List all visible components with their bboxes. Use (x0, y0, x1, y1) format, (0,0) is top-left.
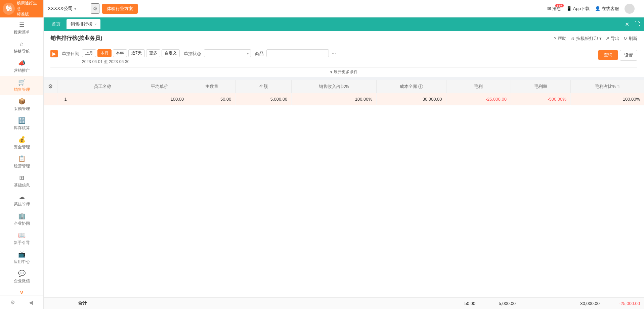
topbar-right: ✉ 消息 99+ 📱 App下载 👤 在线客服 (547, 4, 640, 14)
more-filter-icon[interactable]: ··· (332, 51, 336, 57)
th-profit: 毛利 (446, 80, 511, 93)
td-cost: 30,000.00 (377, 93, 446, 105)
settings-button[interactable]: 设置 (620, 50, 637, 61)
column-settings-button[interactable]: ⚙ (48, 83, 53, 90)
sidebar-item-system[interactable]: ☁ 系统管理 (0, 191, 43, 210)
refresh-icon: ↻ (624, 36, 627, 41)
date-btn-last-month[interactable]: 上月 (82, 49, 96, 57)
footer-qty: 50.00 (442, 301, 475, 306)
tab-close-all-icon[interactable]: ✕ (624, 20, 631, 28)
page-title-row: 销售排行榜(按业务员) ? 帮助 🖨 按模板打印 ▾ ↗ 导出 (50, 35, 637, 42)
content-area: 销售排行榜(按业务员) ? 帮助 🖨 按模板打印 ▾ ↗ 导出 (44, 31, 644, 309)
status-filter-group: 单据状态 (184, 49, 251, 57)
help-button[interactable]: ? 帮助 (554, 36, 566, 42)
expand-conditions-button[interactable]: ▾ 展开更多条件 (330, 69, 358, 75)
td-qty: 50.00 (188, 93, 235, 105)
message-badge: 99+ (555, 4, 564, 7)
sidebar-item-wechat[interactable]: 💬 企业微信 (0, 267, 43, 287)
export-button[interactable]: ↗ 导出 (606, 36, 619, 42)
tab-label: 销售排行榜 (71, 21, 92, 27)
online-service-button[interactable]: 👤 在线客服 (595, 6, 619, 12)
sidebar-item-appcenter[interactable]: 📺 应用中心 (0, 248, 43, 267)
purchase-icon: 📦 (18, 98, 25, 105)
profit-pct-sort-icon[interactable]: ⇅ (617, 85, 620, 88)
tab-sales-ranking[interactable]: 销售排行榜 × (67, 19, 100, 29)
app-download-icon: 📱 (566, 6, 572, 11)
date-btn-this-month[interactable]: 本月 (97, 49, 112, 57)
status-select[interactable] (204, 49, 251, 57)
company-selector[interactable]: XXXXX公司 ▾ (48, 6, 88, 12)
th-cost: 成本全额 ℹ (377, 80, 446, 93)
sidebar-item-basic[interactable]: ⊞ 基础信息 (0, 172, 43, 191)
th-qty: 主数量 (188, 80, 235, 93)
basic-icon: ⊞ (18, 174, 25, 181)
cost-info-icon[interactable]: ℹ (418, 84, 423, 89)
avatar[interactable] (625, 4, 635, 14)
print-template-button[interactable]: 🖨 按模板打印 ▾ (570, 36, 602, 42)
refresh-button[interactable]: ↻ 刷新 (624, 36, 637, 42)
td-amount: 5,000.00 (235, 93, 292, 105)
filter-row: ▶ 单据日期 上月 本月 本年 近7天 更多 自定义 2023-06-01 至 … (50, 46, 637, 67)
footer-profit: -25,000.00 (600, 301, 640, 306)
filter-collapse-button[interactable]: ▶ (50, 50, 58, 57)
td-rank: 1 (57, 93, 74, 105)
operation-icon: 📋 (18, 155, 25, 162)
company-name: XXXXX公司 (48, 6, 73, 12)
sidebar-item-search[interactable]: ☰ 搜索菜单 (0, 19, 43, 38)
td-employee (74, 93, 131, 105)
td-profit-pct: 100.00% (570, 93, 644, 105)
tab-home[interactable]: 首页 (46, 19, 66, 29)
export-icon: ↗ (606, 36, 609, 41)
td-settings (44, 93, 57, 105)
settings-bottom-icon[interactable]: ⚙ (10, 299, 15, 306)
main-area: XXXXX公司 ▾ ⚙ 体验行业方案 ✉ 消息 99+ 📱 App下载 👤 在线… (44, 0, 644, 309)
collapse-sidebar-icon[interactable]: ◀ (29, 299, 33, 306)
date-btn-7days[interactable]: 近7天 (128, 49, 145, 57)
sidebar-item-enterprise[interactable]: 🏢 企业协同 (0, 210, 43, 229)
table-header-row: ⚙ 员工名称 平均单价 主数量 全额 (44, 80, 644, 93)
tab-close-icon[interactable]: × (94, 22, 96, 26)
goods-filter-label: 商品 (255, 51, 264, 57)
td-profit-rate: -500.00% (511, 93, 570, 105)
sidebar-item-inventory[interactable]: 🔢 库存核算 (0, 114, 43, 134)
th-rank (57, 80, 74, 93)
message-button[interactable]: ✉ 消息 99+ (547, 6, 561, 12)
sidebar-item-sales[interactable]: 🛒 销售管理 (0, 76, 43, 95)
goods-filter-group: 商品 ··· (255, 49, 336, 57)
date-btn-custom[interactable]: 自定义 (162, 49, 180, 57)
company-chevron-icon: ▾ (74, 6, 76, 11)
system-icon: ☁ (18, 194, 25, 200)
date-btn-more[interactable]: 更多 (146, 49, 160, 57)
sales-icon: 🛒 (18, 79, 25, 86)
logo-text: 畅康通好生意 标准版 (17, 0, 41, 17)
sidebar-item-purchase[interactable]: 📦 采购管理 (0, 95, 43, 114)
sidebar-item-quicknav[interactable]: ⌂ 快捷导航 (0, 38, 43, 57)
date-btn-this-year[interactable]: 本年 (113, 49, 127, 57)
td-sales-pct: 100.00% (292, 93, 377, 105)
date-range-label: 2023-06-01 至 2023-06-30 (82, 59, 180, 65)
sidebar-item-newbie[interactable]: 📖 新手引导 (0, 229, 43, 248)
print-icon: 🖨 (570, 36, 575, 41)
th-employee: 员工名称 (74, 80, 131, 93)
sidebar-item-marketing[interactable]: 📣 营销推广 (0, 57, 43, 76)
sidebar-item-finance[interactable]: 💰 资金管理 (0, 134, 43, 153)
trial-industry-button[interactable]: 体验行业方案 (102, 4, 138, 14)
page-header: 销售排行榜(按业务员) ? 帮助 🖨 按模板打印 ▾ ↗ 导出 (44, 31, 644, 77)
svg-text:畅: 畅 (6, 5, 12, 12)
goods-input[interactable] (266, 49, 329, 57)
app-download-button[interactable]: 📱 App下载 (566, 6, 590, 12)
gear-settings-button[interactable]: ⚙ (91, 3, 99, 14)
expand-chevron-icon: ▾ (330, 70, 332, 74)
tab-maximize-icon[interactable]: ⛶ (633, 20, 641, 28)
th-avg-price: 平均单价 (131, 80, 188, 93)
td-avg-price: 100.00 (131, 93, 188, 105)
sidebar-item-member[interactable]: V 畅会员 (0, 287, 43, 296)
service-icon: 👤 (595, 6, 600, 11)
date-filter-group: 单据日期 上月 本月 本年 近7天 更多 自定义 2023-06-01 至 20… (62, 49, 180, 65)
member-icon: V (18, 289, 25, 296)
sidebar-item-operation[interactable]: 📋 经营管理 (0, 153, 43, 172)
query-button[interactable]: 查询 (598, 50, 618, 60)
tabbar-right: ✕ ⛶ (624, 20, 641, 28)
table-body: 1 100.00 50.00 5,000.00 (44, 93, 644, 105)
appcenter-icon: 📺 (18, 251, 25, 258)
